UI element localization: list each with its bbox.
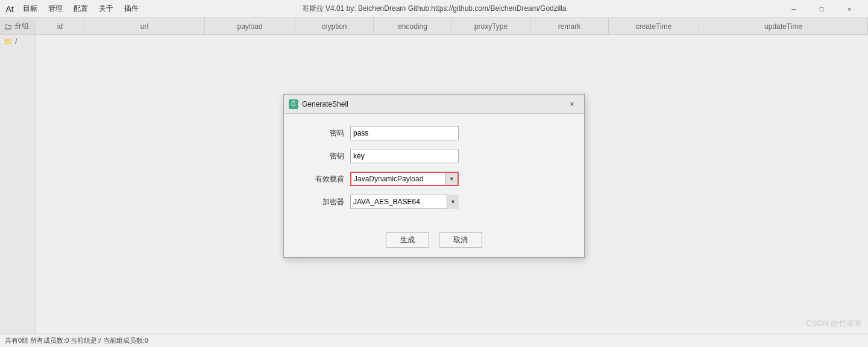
menu-plugin[interactable]: 插件 — [119, 2, 143, 15]
close-button[interactable]: × — [835, 0, 863, 18]
secretkey-row: 密钥 — [302, 149, 566, 163]
maximize-button[interactable]: □ — [808, 0, 835, 18]
payload-select-value: JavaDynamicPayload — [351, 175, 445, 183]
dialog-title: GenerateShell — [302, 100, 348, 108]
encryptor-select[interactable]: JAVA_AES_BASE64 JAVA_AES_RAW PHP_XOR_BAS… — [350, 195, 459, 209]
encryptor-row: 加密器 JAVA_AES_BASE64 JAVA_AES_RAW PHP_XOR… — [302, 195, 566, 209]
status-bar: 共有0组 所有成员数:0 当前组是:/ 当前组成员数:0 — [0, 334, 868, 347]
app-icon: At — [5, 4, 14, 14]
dialog-title-left: G GenerateShell — [289, 99, 348, 109]
dialog-body: 密码 密钥 有效载荷 JavaDynamicPayload ▼ 加密器 — [284, 114, 584, 227]
payload-select-arrow-icon[interactable]: ▼ — [445, 173, 458, 185]
dialog-app-icon: G — [289, 99, 298, 109]
window-controls: ─ □ × — [780, 0, 863, 18]
generate-button[interactable]: 生成 — [386, 232, 429, 248]
title-bar-left: At 目标 管理 配置 关于 插件 — [5, 2, 143, 15]
dialog-overlay: G GenerateShell × 密码 密钥 有效载荷 JavaDynamic… — [0, 18, 868, 334]
payload-label: 有效载荷 — [302, 174, 344, 184]
app-title: 哥斯拉 V4.01 by: BeichenDream Github:https:… — [302, 4, 567, 14]
status-text: 共有0组 所有成员数:0 当前组是:/ 当前组成员数:0 — [5, 336, 148, 345]
title-bar: At 目标 管理 配置 关于 插件 哥斯拉 V4.01 by: BeichenD… — [0, 0, 868, 18]
minimize-button[interactable]: ─ — [780, 0, 808, 18]
cancel-button[interactable]: 取消 — [439, 232, 482, 248]
secretkey-field[interactable] — [350, 149, 459, 163]
secretkey-label: 密钥 — [302, 151, 344, 161]
menu-config[interactable]: 配置 — [69, 2, 93, 15]
password-label: 密码 — [302, 128, 344, 139]
dialog-title-bar: G GenerateShell × — [284, 95, 584, 114]
dialog-close-button[interactable]: × — [565, 97, 579, 111]
encryptor-select-wrapper[interactable]: JAVA_AES_BASE64 JAVA_AES_RAW PHP_XOR_BAS… — [350, 195, 459, 209]
payload-row: 有效载荷 JavaDynamicPayload ▼ — [302, 172, 566, 186]
menu-bar: 目标 管理 配置 关于 插件 — [18, 2, 143, 15]
menu-target[interactable]: 目标 — [18, 2, 42, 15]
payload-select-wrapper[interactable]: JavaDynamicPayload ▼ — [350, 172, 459, 186]
encryptor-label: 加密器 — [302, 197, 344, 207]
generate-shell-dialog: G GenerateShell × 密码 密钥 有效载荷 JavaDynamic… — [283, 94, 585, 258]
menu-manage[interactable]: 管理 — [43, 2, 68, 15]
password-row: 密码 — [302, 126, 566, 140]
password-field[interactable] — [350, 126, 459, 140]
dialog-buttons: 生成 取消 — [284, 232, 584, 257]
menu-about[interactable]: 关于 — [94, 2, 118, 15]
